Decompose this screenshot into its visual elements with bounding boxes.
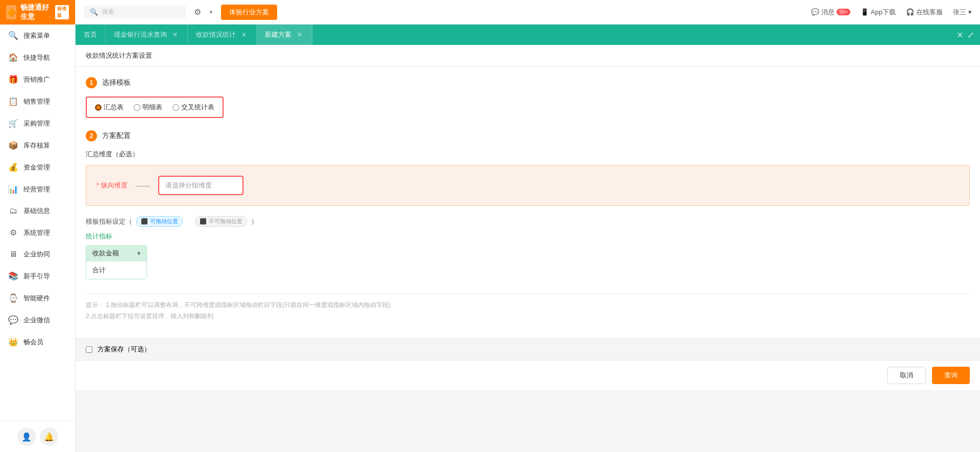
- tab-home-label: 首页: [84, 30, 97, 39]
- query-button[interactable]: 查询: [932, 367, 970, 384]
- page-content: 收款情况统计方案设置 1 选择模板 汇总表 明细表: [76, 45, 980, 452]
- radio-summary-input[interactable]: [95, 104, 102, 111]
- tab-bank-flow-close[interactable]: ✕: [171, 31, 179, 39]
- sidebar-item-label: 经营管理: [23, 185, 50, 194]
- cancel-button[interactable]: 取消: [887, 367, 926, 384]
- topbar-search[interactable]: 🔍 搜索: [84, 6, 186, 18]
- sales-icon: 📋: [8, 97, 18, 106]
- sidebar-item-sales[interactable]: 📋 销售管理: [0, 90, 75, 112]
- wechat-icon: 💬: [8, 315, 18, 325]
- online-service-button[interactable]: 🎧 在线客服: [906, 8, 943, 17]
- sidebar-item-wechat[interactable]: 💬 企业微信: [0, 309, 75, 331]
- message-button[interactable]: 💬 消息 99+: [811, 8, 850, 17]
- sidebar-item-member[interactable]: 👑 畅会员: [0, 331, 75, 353]
- sidebar-item-system[interactable]: ⚙ 系统管理: [0, 222, 75, 244]
- step2-header: 2 方案配置: [86, 130, 970, 141]
- basic-info-icon: 🗂: [8, 206, 18, 216]
- save-checkbox[interactable]: [86, 346, 92, 353]
- dimension-arrow: ——: [136, 181, 150, 189]
- sidebar-item-guide[interactable]: 📚 新手引导: [0, 265, 75, 287]
- user-name: 张三: [953, 8, 966, 17]
- sidebar-item-marketing[interactable]: 🎁 营销推广: [0, 68, 75, 90]
- sidebar-item-label: 快捷导航: [23, 53, 50, 62]
- movable-indicator: ⬛: [141, 218, 148, 225]
- tab-bank-flow[interactable]: 现金银行流水查询 ✕: [106, 25, 188, 45]
- dropdown-icon[interactable]: ▾: [209, 8, 213, 16]
- sidebar-item-purchase[interactable]: 🛒 采购管理: [0, 112, 75, 134]
- sidebar-item-label: 营销推广: [23, 75, 50, 84]
- sidebar: 🔶 畅捷通好生意 标准版 🔍 搜索菜单 🏠 快捷导航 🎁 营销推广 📋 销售管理…: [0, 0, 76, 452]
- tab-new-plan-close[interactable]: ✕: [296, 31, 304, 39]
- sidebar-item-finance[interactable]: 💰 资金管理: [0, 156, 75, 178]
- dimension-section-label: 汇总维度（必选）: [86, 150, 970, 159]
- gear-icon[interactable]: ⚙: [194, 7, 201, 17]
- radio-cross[interactable]: 交叉统计表: [173, 103, 214, 112]
- sidebar-item-inventory[interactable]: 📦 库存核算: [0, 134, 75, 156]
- sidebar-item-label: 系统管理: [23, 228, 50, 237]
- search-placeholder: 搜索: [102, 8, 114, 16]
- enterprise-icon: 🖥: [8, 250, 18, 259]
- step1-header: 1 选择模板: [86, 77, 970, 88]
- hint-section: 提示： 1.拖动标题栏可以调整布局，不可跨维度或指标区域拖动栏目字段(只能在同一…: [86, 293, 970, 328]
- metrics-column-label: 收款金额: [92, 249, 119, 258]
- dimension-row: * 纵向维度 —— 请选择分组维度: [96, 176, 959, 195]
- metrics-table-cell-total: 合计: [86, 261, 146, 279]
- breadcrumb: 收款情况统计方案设置: [86, 52, 152, 59]
- system-icon: ⚙: [8, 228, 18, 237]
- user-menu[interactable]: 张三 ▾: [953, 8, 972, 17]
- radio-cross-input[interactable]: [173, 104, 179, 111]
- sidebar-item-label: 资金管理: [23, 163, 50, 172]
- topbar: 🔍 搜索 ⚙ ▾ 体验行业方案 💬 消息 99+ 📱 App下载 🎧 在线客服 …: [76, 0, 980, 25]
- sidebar-item-hardware[interactable]: ⌚ 智能硬件: [0, 287, 75, 309]
- guide-icon: 📚: [8, 271, 18, 281]
- form-body: 1 选择模板 汇总表 明细表 交叉统计表: [76, 67, 980, 338]
- radio-detail[interactable]: 明细表: [134, 103, 162, 112]
- sidebar-footer-btn1[interactable]: 👤: [17, 427, 36, 446]
- sidebar-footer: 👤 🔔: [0, 421, 75, 452]
- search-icon: 🔍: [90, 8, 98, 16]
- tab-new-plan[interactable]: 新建方案 ✕: [257, 25, 312, 45]
- sidebar-footer-btn2[interactable]: 🔔: [40, 427, 58, 446]
- inventory-icon: 📦: [8, 140, 18, 150]
- app-download-button[interactable]: 📱 App下载: [861, 8, 896, 17]
- metrics-table-header[interactable]: 收款金额 ▾: [86, 246, 146, 261]
- radio-detail-input[interactable]: [134, 104, 140, 111]
- finance-icon: 💰: [8, 162, 18, 172]
- tab-home[interactable]: 首页: [76, 25, 106, 45]
- tab-new-plan-label: 新建方案: [265, 30, 291, 39]
- template-selection-box: 汇总表 明细表 交叉统计表: [86, 97, 224, 118]
- sidebar-item-label: 库存核算: [23, 141, 50, 150]
- user-chevron-icon: ▾: [968, 8, 972, 16]
- download-label: App下载: [871, 8, 896, 17]
- sidebar-item-operation[interactable]: 📊 经营管理: [0, 178, 75, 200]
- dimension-selector[interactable]: 请选择分组维度: [158, 176, 243, 195]
- dimension-placeholder: 请选择分组维度: [165, 181, 212, 189]
- sidebar-item-enterprise[interactable]: 🖥 企业协同: [0, 244, 75, 265]
- sidebar-item-search-menu[interactable]: 🔍 搜索菜单: [0, 25, 75, 46]
- tab-collection-stats-label: 收款情况统计: [196, 30, 236, 39]
- radio-detail-label: 明细表: [142, 103, 162, 112]
- trial-button[interactable]: 体验行业方案: [221, 5, 277, 20]
- metrics-config-text: 模板指标设定（: [86, 217, 132, 226]
- step2-title: 方案配置: [102, 131, 131, 140]
- save-label: 方案保存（可选）: [97, 345, 151, 354]
- step1-section: 1 选择模板 汇总表 明细表 交叉统计表: [86, 77, 970, 118]
- member-icon: 👑: [8, 337, 18, 347]
- tab-collection-stats[interactable]: 收款情况统计 ✕: [188, 25, 257, 45]
- draggable-fixed-tag: ⬛ 不可拖动位置: [195, 216, 247, 227]
- sidebar-item-quick-nav[interactable]: 🏠 快捷导航: [0, 46, 75, 68]
- sidebar-item-label: 智能硬件: [23, 294, 50, 303]
- radio-summary[interactable]: 汇总表: [95, 103, 124, 112]
- tab-bar: 首页 现金银行流水查询 ✕ 收款情况统计 ✕ 新建方案 ✕ ✕ ⤢: [76, 25, 980, 45]
- logo-icon: 🔶: [6, 5, 16, 19]
- metrics-dropdown-icon[interactable]: ▾: [137, 250, 140, 257]
- tab-collection-stats-close[interactable]: ✕: [240, 31, 248, 39]
- gift-icon: 🎁: [8, 75, 18, 84]
- radio-summary-label: 汇总表: [104, 103, 124, 112]
- config-section: 汇总维度（必选） * 纵向维度 —— 请选择分组维度 模: [86, 150, 970, 281]
- radio-cross-label: 交叉统计表: [181, 103, 214, 112]
- tab-close-all-icon[interactable]: ✕: [957, 30, 963, 40]
- sidebar-item-basic-info[interactable]: 🗂 基础信息: [0, 200, 75, 222]
- metrics-table: 收款金额 ▾ 合计: [86, 245, 147, 279]
- tab-maximize-icon[interactable]: ⤢: [967, 30, 974, 40]
